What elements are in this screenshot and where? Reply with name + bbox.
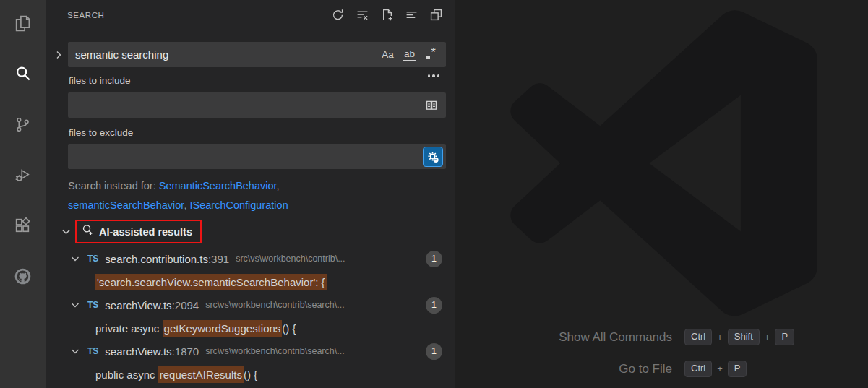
annotation-red-box: AI-assisted results — [75, 220, 202, 243]
chevron-down-icon[interactable] — [69, 299, 81, 311]
match-highlight: getKeywordSuggestions — [163, 320, 283, 337]
chevron-down-icon[interactable] — [69, 253, 81, 264]
clear-search-results-icon[interactable] — [353, 6, 371, 23]
match-case-icon[interactable]: Aa — [379, 46, 396, 63]
search-sidebar: SEARCH — [46, 0, 455, 388]
line-number: :2094 — [172, 299, 199, 311]
search-suggestion-link-1[interactable]: SemanticSearchBehavior — [159, 180, 277, 191]
ai-results-label: AI-assisted results — [99, 226, 192, 238]
keycap: P — [775, 329, 794, 345]
match-result-row[interactable]: 'search.searchView.semanticSearchBehavio… — [46, 270, 455, 293]
line-number: :391 — [208, 253, 229, 265]
file-path: src\vs\workbench\contrib\search\... — [205, 346, 344, 356]
typescript-file-icon: TS — [87, 300, 98, 310]
match-highlight: requestAIResults — [158, 366, 244, 383]
files-to-include-box — [68, 92, 446, 118]
whole-word-icon[interactable]: ab — [401, 46, 418, 63]
expand-all-icon[interactable] — [403, 6, 420, 23]
github-icon[interactable] — [0, 256, 46, 296]
file-result-row[interactable]: TS searchView.ts:1870 src\vs\workbench\c… — [46, 340, 455, 363]
shortcut-row: Show All Commands Ctrl + Shift + P — [455, 329, 868, 345]
keycap: Ctrl — [684, 329, 712, 345]
extensions-icon[interactable] — [0, 205, 46, 246]
keycap: Ctrl — [684, 361, 712, 377]
vscode-logo-watermark — [495, 10, 833, 316]
search-sparkle-icon — [82, 224, 94, 239]
search-options: Aa ab * — [379, 46, 439, 63]
search-icon[interactable] — [0, 53, 46, 94]
keyboard-shortcuts-watermark: Show All Commands Ctrl + Shift + P Go to… — [455, 329, 868, 377]
files-to-exclude-input[interactable] — [68, 144, 423, 169]
file-name: searchView.ts — [105, 345, 171, 358]
files-to-include-input[interactable] — [68, 92, 423, 118]
match-count-badge: 1 — [426, 343, 442, 360]
message-prefix: Search instead for: — [68, 180, 159, 191]
match-highlight: 'search.searchView.semanticSearchBehavio… — [95, 274, 327, 290]
typescript-file-icon: TS — [87, 254, 98, 264]
chevron-down-icon[interactable] — [69, 345, 81, 357]
file-name: search.contribution.ts — [105, 253, 208, 265]
editor-area: Show All Commands Ctrl + Shift + P Go to… — [455, 0, 868, 388]
shortcut-row: Go to File Ctrl + P — [455, 361, 868, 377]
search-input[interactable] — [68, 42, 379, 67]
search-suggestion-link-3[interactable]: ISearchConfiguration — [189, 199, 288, 211]
files-to-include-label: files to include — [69, 75, 131, 86]
keycap: P — [728, 361, 747, 377]
panel-title: SEARCH — [67, 11, 105, 20]
file-path: src\vs\workbench\contrib\... — [236, 254, 345, 264]
match-result-row[interactable]: public async requestAIResults() { — [46, 363, 455, 386]
shortcut-label: Go to File — [455, 362, 672, 376]
run-debug-icon[interactable] — [0, 155, 46, 195]
open-new-search-editor-icon[interactable] — [378, 6, 395, 23]
files-to-exclude-box — [68, 144, 446, 169]
search-results-tree: TS search.contribution.ts:391 src\vs\wor… — [46, 247, 455, 386]
exclude-settings-gear-icon[interactable] — [423, 147, 443, 167]
regex-icon[interactable]: * — [423, 46, 439, 63]
search-message: Search instead for: SemanticSearchBehavi… — [68, 176, 384, 215]
shortcut-label: Show All Commands — [455, 330, 672, 345]
match-count-badge: 1 — [426, 251, 442, 267]
search-suggestion-link-2[interactable]: semanticSearchBehavior — [68, 199, 184, 211]
toggle-search-details-icon[interactable] — [424, 70, 443, 82]
refresh-icon[interactable] — [329, 6, 346, 23]
ai-results-header-row[interactable]: AI-assisted results — [46, 219, 455, 245]
typescript-file-icon: TS — [87, 346, 98, 356]
files-icon[interactable] — [0, 3, 46, 43]
toggle-replace-chevron-icon[interactable] — [50, 46, 66, 63]
chevron-down-icon[interactable] — [60, 225, 72, 241]
source-control-icon[interactable] — [0, 104, 46, 145]
match-count-badge: 1 — [426, 297, 442, 314]
file-result-row[interactable]: TS search.contribution.ts:391 src\vs\wor… — [46, 247, 455, 270]
line-number: :1870 — [172, 345, 199, 358]
open-book-icon[interactable] — [423, 97, 440, 114]
file-name: searchView.ts — [105, 299, 171, 311]
match-result-row[interactable]: private async getKeywordSuggestions() { — [46, 316, 455, 340]
file-result-row[interactable]: TS searchView.ts:2094 src\vs\workbench\c… — [46, 293, 455, 316]
activity-bar — [0, 0, 46, 388]
vscode-window: SEARCH — [0, 0, 868, 388]
keycap: Shift — [728, 329, 760, 345]
panel-actions — [329, 6, 444, 23]
collapse-all-icon[interactable] — [427, 6, 444, 23]
files-to-exclude-label: files to exclude — [69, 127, 133, 138]
file-path: src\vs\workbench\contrib\search\... — [205, 300, 344, 310]
search-query-box: Aa ab * — [68, 42, 446, 67]
